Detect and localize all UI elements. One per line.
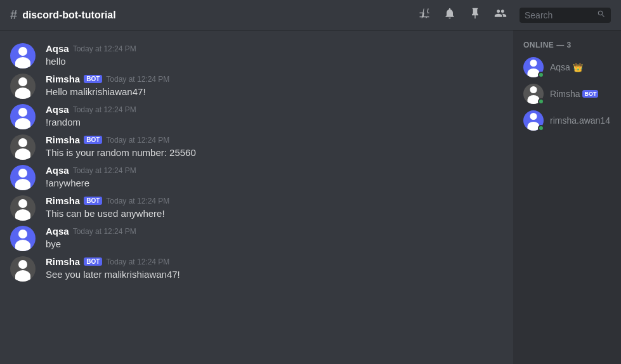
- avatar: [523, 57, 544, 77]
- message: RimshaBOTToday at 12:24 PMSee you later …: [0, 254, 513, 284]
- timestamp: Today at 12:24 PM: [106, 257, 169, 266]
- pin-icon[interactable]: [469, 7, 481, 23]
- message-text: hello: [46, 55, 503, 68]
- bell-icon[interactable]: [443, 7, 456, 23]
- search-icon: [597, 10, 606, 20]
- message-text: This is your random number: 25560: [46, 146, 503, 160]
- hashtag-icon[interactable]: [418, 7, 431, 23]
- member-info: Aqsa👑: [550, 62, 583, 72]
- avatar: [10, 74, 36, 99]
- header-actions: [418, 7, 611, 23]
- username: Aqsa: [46, 43, 69, 54]
- hash-icon: #: [10, 8, 17, 22]
- username: Aqsa: [46, 104, 69, 115]
- message-header: RimshaBOTToday at 12:24 PM: [46, 134, 503, 145]
- message: AqsaToday at 12:24 PM!anywhere: [0, 162, 513, 193]
- username: Rimsha: [46, 74, 80, 84]
- message-text: !anywhere: [46, 177, 503, 190]
- chat-area: AqsaToday at 12:24 PMhelloRimshaBOTToday…: [0, 30, 513, 364]
- username: Rimsha: [46, 256, 80, 267]
- message-header: RimshaBOTToday at 12:24 PM: [46, 195, 503, 206]
- timestamp: Today at 12:24 PM: [106, 136, 169, 145]
- avatar: [10, 104, 36, 129]
- message-content: AqsaToday at 12:24 PMhello: [46, 43, 503, 68]
- status-dot: [538, 72, 544, 78]
- username: Rimsha: [46, 134, 80, 145]
- crown-icon: 👑: [573, 63, 583, 72]
- message-text: See you later malikrishiawan47!: [46, 268, 503, 282]
- username: Rimsha: [46, 195, 80, 206]
- message-header: AqsaToday at 12:24 PM: [46, 226, 503, 237]
- message-text: !random: [46, 116, 503, 129]
- timestamp: Today at 12:24 PM: [106, 197, 169, 205]
- bot-badge: BOT: [84, 197, 102, 205]
- message-header: RimshaBOTToday at 12:24 PM: [46, 256, 503, 267]
- message: RimshaBOTToday at 12:24 PMThis can be us…: [0, 193, 513, 223]
- message-header: AqsaToday at 12:24 PM: [46, 104, 503, 115]
- timestamp: Today at 12:24 PM: [73, 166, 136, 175]
- avatar: [10, 226, 36, 251]
- bot-badge: BOT: [84, 75, 102, 83]
- message-content: RimshaBOTToday at 12:24 PMThis can be us…: [46, 195, 503, 221]
- member-info: rimsha.awan14: [550, 115, 610, 126]
- username: Aqsa: [46, 165, 69, 176]
- message: RimshaBOTToday at 12:24 PMHello malikris…: [0, 71, 513, 101]
- member-name: rimsha.awan14: [550, 115, 610, 126]
- avatar: [10, 43, 36, 68]
- member-item[interactable]: rimsha.awan14: [518, 108, 616, 133]
- message: AqsaToday at 12:24 PMbye: [0, 223, 513, 254]
- message: AqsaToday at 12:24 PMhello: [0, 41, 513, 71]
- status-dot: [538, 125, 544, 131]
- avatar: [523, 84, 544, 104]
- member-name: Rimsha: [550, 89, 580, 99]
- bot-badge: BOT: [582, 90, 598, 98]
- message-text: Hello malikrishiawan47!: [46, 86, 503, 99]
- members-icon[interactable]: [494, 7, 507, 23]
- avatar: [10, 256, 36, 282]
- search-box[interactable]: [520, 8, 611, 23]
- message-content: RimshaBOTToday at 12:24 PMHello malikris…: [46, 74, 503, 99]
- status-dot: [538, 98, 544, 105]
- member-section-title: ONLINE — 3: [518, 41, 616, 49]
- timestamp: Today at 12:24 PM: [73, 105, 136, 114]
- message-content: AqsaToday at 12:24 PMbye: [46, 226, 503, 251]
- header: # discord-bot-tutorial: [0, 0, 621, 30]
- message-text: bye: [46, 238, 503, 251]
- message-header: AqsaToday at 12:24 PM: [46, 165, 503, 176]
- member-name: Aqsa: [550, 62, 570, 72]
- member-item[interactable]: RimshaBOT: [518, 81, 616, 107]
- message-content: RimshaBOTToday at 12:24 PMSee you later …: [46, 256, 503, 282]
- avatar: [10, 165, 36, 190]
- message-header: AqsaToday at 12:24 PM: [46, 43, 503, 54]
- avatar: [10, 134, 36, 160]
- message: RimshaBOTToday at 12:24 PMThis is your r…: [0, 132, 513, 162]
- main-content: AqsaToday at 12:24 PMhelloRimshaBOTToday…: [0, 30, 621, 364]
- channel-name: discord-bot-tutorial: [22, 10, 116, 21]
- message-content: RimshaBOTToday at 12:24 PMThis is your r…: [46, 134, 503, 160]
- member-info: RimshaBOT: [550, 89, 598, 99]
- bot-badge: BOT: [84, 257, 102, 266]
- username: Aqsa: [46, 226, 69, 237]
- channel-info: # discord-bot-tutorial: [10, 8, 418, 22]
- message-text: This can be used anywhere!: [46, 207, 503, 221]
- message-content: AqsaToday at 12:24 PM!random: [46, 104, 503, 129]
- timestamp: Today at 12:24 PM: [73, 227, 136, 236]
- search-input[interactable]: [525, 10, 593, 20]
- message: AqsaToday at 12:24 PM!random: [0, 101, 513, 132]
- timestamp: Today at 12:24 PM: [106, 75, 169, 84]
- message-header: RimshaBOTToday at 12:24 PM: [46, 74, 503, 84]
- message-content: AqsaToday at 12:24 PM!anywhere: [46, 165, 503, 190]
- avatar: [523, 110, 544, 131]
- member-item[interactable]: Aqsa👑: [518, 55, 616, 80]
- avatar: [10, 195, 36, 221]
- bot-badge: BOT: [84, 136, 102, 144]
- messages-list: AqsaToday at 12:24 PMhelloRimshaBOTToday…: [0, 30, 513, 364]
- timestamp: Today at 12:24 PM: [73, 44, 136, 53]
- member-list: ONLINE — 3 Aqsa👑RimshaBOTrimsha.awan14: [513, 30, 621, 364]
